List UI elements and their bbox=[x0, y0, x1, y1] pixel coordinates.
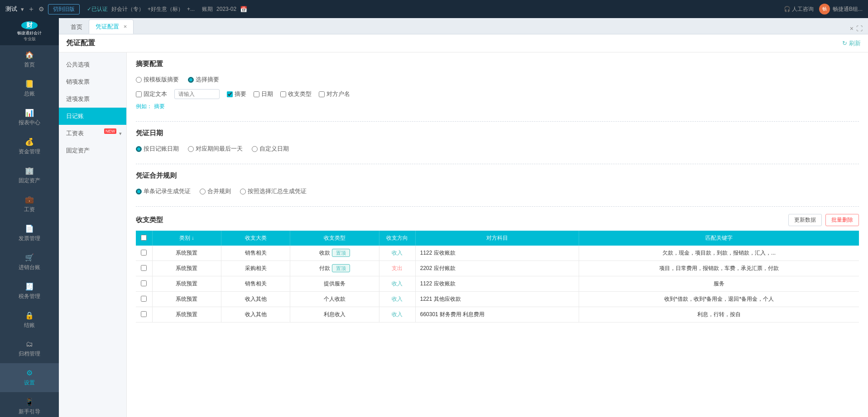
row-checkbox-1[interactable] bbox=[141, 265, 147, 271]
sidebar-item-assets[interactable]: 🏢 固定资产 bbox=[0, 161, 59, 190]
select-all-checkbox[interactable] bbox=[141, 235, 147, 241]
checkbox-summary-input[interactable] bbox=[227, 91, 233, 97]
top-bar-company: 测试 bbox=[5, 5, 17, 13]
sidebar-item-salary[interactable]: 💼 工资 bbox=[0, 190, 59, 219]
window-minimize-btn[interactable]: × bbox=[850, 25, 854, 32]
support-btn[interactable]: 🎧 人工咨询 bbox=[784, 5, 814, 13]
nav-label-sales-invoice: 销项发票 bbox=[66, 78, 90, 85]
row-subject-4: 660301 财务费用 利息费用 bbox=[415, 307, 579, 322]
sidebar-item-funds[interactable]: 💰 资金管理 bbox=[0, 132, 59, 161]
checkbox-fixed-text[interactable]: 固定文本 bbox=[136, 90, 167, 98]
checkbox-counterpart-input[interactable] bbox=[319, 91, 325, 97]
nav-item-journal[interactable]: 日记账 bbox=[59, 108, 126, 125]
user-area[interactable]: 畅 畅捷通B组... bbox=[819, 4, 863, 14]
switch-old-btn[interactable]: 切到旧版 bbox=[48, 4, 80, 14]
row-type-3: 个人收款 bbox=[290, 292, 379, 307]
radio-journal-date-input[interactable] bbox=[136, 146, 142, 152]
radio-single-label: 单条记录生成凭证 bbox=[144, 187, 191, 195]
checkbox-income-type-input[interactable] bbox=[280, 91, 286, 97]
divider-2 bbox=[136, 164, 859, 164]
table-row: 系统预置 销售相关 收款置顶 收入 1122 应收账款 欠款，现金，项目款，到款… bbox=[136, 246, 859, 261]
radio-summary-gen-input[interactable] bbox=[240, 189, 246, 194]
window-maximize-btn[interactable]: ⛶ bbox=[856, 25, 863, 32]
merge-rules-radio-group: 单条记录生成凭证 合并规则 按照选择汇总生成凭证 bbox=[136, 187, 859, 195]
checkbox-income-type-label: 收支类型 bbox=[288, 90, 312, 98]
nav-item-payroll[interactable]: 工资表 NEW ▾ bbox=[59, 125, 126, 142]
logo-icon: 财 bbox=[21, 21, 38, 29]
row-checkbox-4[interactable] bbox=[141, 311, 147, 317]
checkbox-date[interactable]: 日期 bbox=[254, 90, 273, 98]
radio-merge[interactable]: 合并规则 bbox=[200, 187, 231, 195]
batch-delete-btn[interactable]: 批量删除 bbox=[825, 214, 859, 226]
period-label: 账期 bbox=[202, 5, 213, 13]
summary-radio-group: 按模板版摘要 选择摘要 bbox=[136, 76, 859, 84]
radio-period-last-label: 对应期间最后一天 bbox=[196, 145, 243, 153]
update-data-btn[interactable]: 更新数据 bbox=[788, 214, 822, 226]
table-row: 系统预置 收入其他 个人收款 收入 1221 其他应收款 收到*借款，收到*备用… bbox=[136, 292, 859, 307]
closing-icon: 🔒 bbox=[25, 311, 34, 320]
row-checkbox-2[interactable] bbox=[141, 280, 147, 286]
table-row: 系统预置 销售相关 提供服务 收入 1122 应收账款 服务 bbox=[136, 276, 859, 292]
tab-close-icon[interactable]: × bbox=[124, 23, 127, 30]
radio-custom-date[interactable]: 自定义日期 bbox=[252, 145, 289, 153]
radio-journal-date[interactable]: 按日记账日期 bbox=[136, 145, 179, 153]
sidebar-item-settings[interactable]: ⚙ 设置 bbox=[0, 363, 59, 392]
override-badge-1[interactable]: 置顶 bbox=[332, 264, 350, 272]
checkbox-fixed-text-input[interactable] bbox=[136, 91, 142, 97]
tab-voucher-config[interactable]: 凭证配置 × bbox=[89, 19, 134, 34]
radio-summary-gen-label: 按照选择汇总生成凭证 bbox=[248, 187, 307, 195]
calendar-icon[interactable]: 📅 bbox=[240, 6, 247, 13]
add-icon[interactable]: ＋ bbox=[28, 5, 35, 14]
row-category-3: 系统预置 bbox=[152, 292, 221, 307]
row-checkbox-0[interactable] bbox=[141, 250, 147, 256]
nav-label-fixed-assets: 固定资产 bbox=[66, 147, 90, 154]
archive-icon: 🗂 bbox=[26, 340, 33, 348]
top-bar: 测试 ▾ ＋ ⚙ 切到旧版 ✓已认证 好会计（专） +好生意（标） +... 账… bbox=[0, 0, 868, 18]
radio-template[interactable]: 按模板版摘要 bbox=[136, 76, 179, 84]
tab-bar: 首页 凭证配置 × × ⛶ bbox=[59, 18, 868, 34]
radio-merge-input[interactable] bbox=[200, 189, 206, 194]
summary-config-title: 摘要配置 bbox=[136, 60, 859, 68]
nav-item-public[interactable]: 公共选项 bbox=[59, 56, 126, 73]
sidebar-item-purchase[interactable]: 🛒 进销台账 bbox=[0, 248, 59, 277]
voucher-date-title: 凭证日期 bbox=[136, 129, 859, 137]
radio-period-last[interactable]: 对应期间最后一天 bbox=[188, 145, 243, 153]
radio-select[interactable]: 选择摘要 bbox=[188, 76, 219, 84]
checkbox-date-input[interactable] bbox=[254, 91, 259, 97]
radio-period-last-input[interactable] bbox=[188, 146, 194, 152]
settings-icon[interactable]: ⚙ bbox=[38, 5, 44, 13]
radio-custom-date-input[interactable] bbox=[252, 146, 258, 152]
sidebar-item-reports[interactable]: 📊 报表中心 bbox=[0, 103, 59, 132]
summary-checkbox-row: 固定文本 摘要 日期 bbox=[136, 89, 859, 99]
override-badge-0[interactable]: 置顶 bbox=[332, 249, 350, 257]
nav-item-sales-invoice[interactable]: 销项发票 bbox=[59, 73, 126, 90]
radio-select-input[interactable] bbox=[188, 77, 194, 83]
sidebar-item-archive[interactable]: 🗂 归档管理 bbox=[0, 335, 59, 363]
sidebar-item-invoice-mgmt[interactable]: 📄 发票管理 bbox=[0, 219, 59, 248]
checkbox-summary[interactable]: 摘要 bbox=[227, 90, 246, 98]
radio-template-input[interactable] bbox=[136, 77, 142, 83]
header-type: 收支类型 bbox=[290, 231, 379, 246]
nav-item-fixed-assets[interactable]: 固定资产 bbox=[59, 142, 126, 159]
nav-item-purchase-invoice[interactable]: 进项发票 bbox=[59, 90, 126, 108]
hint-area: 例如： 摘要 bbox=[136, 103, 859, 110]
sidebar-item-tax[interactable]: 🧾 税务管理 bbox=[0, 277, 59, 306]
row-checkbox-3[interactable] bbox=[141, 296, 147, 302]
sidebar-item-home[interactable]: 🏠 首页 bbox=[0, 45, 59, 74]
sidebar-item-ledger[interactable]: 📒 总账 bbox=[0, 74, 59, 103]
checkbox-income-type[interactable]: 收支类型 bbox=[280, 90, 312, 98]
checkbox-counterpart[interactable]: 对方户名 bbox=[319, 90, 350, 98]
radio-single-input[interactable] bbox=[136, 189, 142, 194]
sidebar-item-closing[interactable]: 🔒 结账 bbox=[0, 306, 59, 335]
dropdown-icon[interactable]: ▾ bbox=[21, 6, 24, 13]
radio-journal-date-label: 按日记账日期 bbox=[144, 145, 179, 153]
table-body: 系统预置 销售相关 收款置顶 收入 1122 应收账款 欠款，现金，项目款，到款… bbox=[136, 246, 859, 322]
sidebar-label-salary: 工资 bbox=[24, 206, 35, 213]
radio-single[interactable]: 单条记录生成凭证 bbox=[136, 187, 191, 195]
sidebar-item-guide[interactable]: 📱 新手引导 bbox=[0, 392, 59, 417]
refresh-btn[interactable]: ↻ 刷新 bbox=[842, 39, 861, 47]
tab-home[interactable]: 首页 bbox=[64, 20, 89, 34]
fixed-text-input[interactable] bbox=[174, 89, 220, 99]
radio-summary-gen[interactable]: 按照选择汇总生成凭证 bbox=[240, 187, 307, 195]
table-action-row: 更新数据 批量删除 bbox=[788, 214, 859, 226]
